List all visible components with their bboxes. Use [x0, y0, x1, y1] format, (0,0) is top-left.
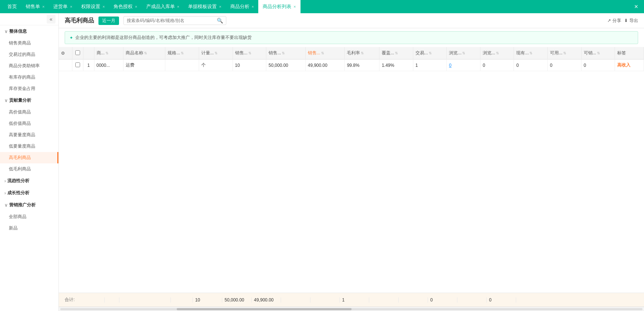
sidebar-item-high-margin[interactable]: 高毛利商品 — [0, 152, 58, 163]
nav-product-analysis-close[interactable]: × — [252, 4, 254, 9]
nav-purchase[interactable]: 进货单 × — [49, 0, 76, 13]
row-checkbox[interactable] — [75, 62, 80, 67]
window-close-icon[interactable]: × — [631, 3, 641, 11]
nav-template-close[interactable]: × — [219, 4, 221, 9]
sidebar-item-low-margin[interactable]: 低毛利商品 — [0, 163, 58, 175]
col-settings[interactable]: ⚙ — [59, 47, 72, 59]
cell-checkbox[interactable] — [72, 59, 83, 71]
nav-product-entry[interactable]: 产成品入库单 × — [142, 0, 184, 13]
sidebar-section-overall[interactable]: ∨ 整体信息 — [0, 25, 58, 37]
share-button[interactable]: ↗ 分享 — [607, 18, 621, 24]
col-code[interactable]: 商...⇅ — [94, 47, 123, 59]
col-sale-qty[interactable]: 销售...⇅ — [233, 47, 266, 59]
sidebar-item-stock-capital[interactable]: 库存资金占用 — [0, 83, 58, 94]
sort-icon-5[interactable]: ⇅ — [248, 51, 251, 55]
sort-icon-3[interactable]: ⇅ — [181, 51, 184, 55]
nav-permission-close[interactable]: × — [102, 4, 105, 9]
col-current-stock[interactable]: 现有...⇅ — [514, 47, 548, 59]
col-name[interactable]: 商品名称⇅ — [123, 47, 165, 59]
sidebar-item-high-demand[interactable]: 高要量度商品 — [0, 129, 58, 141]
footer-sale-amt: 50,000.00 — [222, 297, 252, 303]
share-icon: ↗ — [607, 18, 611, 23]
sidebar-item-sales-goods[interactable]: 销售类商品 — [0, 37, 58, 49]
sort-icon-14[interactable]: ⇅ — [563, 51, 566, 55]
cell-sale-stock: 0 — [581, 59, 615, 71]
sidebar-item-low-demand[interactable]: 低要量度商品 — [0, 141, 58, 152]
cell-tag: 高收入 — [615, 59, 644, 71]
col-checkbox[interactable] — [72, 47, 83, 59]
col-trade-count[interactable]: 交易...⇅ — [413, 47, 447, 59]
search-input[interactable] — [127, 18, 217, 23]
sidebar-collapse-button[interactable]: « — [47, 15, 55, 23]
nav-permission[interactable]: 权限设置 × — [77, 0, 109, 13]
cell-browse1[interactable]: 0 — [447, 59, 481, 71]
col-unit[interactable]: 计量...⇅ — [199, 47, 233, 59]
cell-gross-rate: 99.8% — [345, 59, 379, 71]
nav-role[interactable]: 角色授权 × — [109, 0, 141, 13]
col-sale-amt[interactable]: 销售...⇅ — [266, 47, 306, 59]
sort-icon-10[interactable]: ⇅ — [429, 51, 432, 55]
horizontal-scrollbar[interactable] — [59, 307, 644, 311]
col-available-stock[interactable]: 可用...⇅ — [548, 47, 582, 59]
sidebar-item-all-goods[interactable]: 全部商品 — [0, 211, 58, 223]
col-tag[interactable]: 标签 — [615, 47, 644, 59]
sort-icon-2[interactable]: ⇅ — [144, 51, 147, 55]
search-icon[interactable]: 🔍 — [217, 18, 223, 23]
sidebar-item-low-value[interactable]: 低价值商品 — [0, 118, 58, 129]
col-browse2[interactable]: 浏览...⇅ — [480, 47, 514, 59]
sidebar-section-growth[interactable]: › 成长性分析 — [0, 187, 58, 199]
sidebar-section-contribution[interactable]: ∨ 贡献量分析 — [0, 94, 58, 106]
sort-icon-4[interactable]: ⇅ — [215, 51, 217, 55]
sidebar-item-high-value[interactable]: 高价值商品 — [0, 106, 58, 118]
top-nav-bar: 首页 销售单 × 进货单 × 权限设置 × 角色授权 × 产成品入库单 × 单据… — [0, 0, 644, 13]
cell-spec — [165, 59, 199, 71]
nav-template[interactable]: 单据模板设置 × — [184, 0, 226, 13]
footer-cell-spacer2 — [105, 297, 119, 303]
export-button[interactable]: ⬇ 导出 — [624, 18, 638, 24]
col-browse1[interactable]: 浏览...⇅ — [447, 47, 481, 59]
nav-product-analysis[interactable]: 商品分析 × — [226, 0, 258, 13]
nav-product-analysis-list[interactable]: 商品分析列表 × — [258, 0, 300, 13]
scroll-track[interactable] — [60, 308, 643, 310]
col-sale-stock[interactable]: 可销...⇅ — [581, 47, 615, 59]
sort-icon-9[interactable]: ⇅ — [395, 51, 398, 55]
search-box[interactable]: 🔍 — [123, 16, 226, 25]
sort-icon-6[interactable]: ⇅ — [282, 51, 285, 55]
col-spec[interactable]: 规格...⇅ — [165, 47, 199, 59]
col-gross-rate[interactable]: 毛利率⇅ — [345, 47, 379, 59]
nav-product-entry-close[interactable]: × — [177, 4, 179, 9]
col-coverage[interactable]: 覆盖...⇅ — [379, 47, 413, 59]
sort-icon-11[interactable]: ⇅ — [462, 51, 465, 55]
table-header-row: ⚙ 商...⇅ 商品名称⇅ — [59, 47, 644, 59]
nav-role-close[interactable]: × — [135, 4, 137, 9]
sidebar: « ∨ 整体信息 销售类商品 交易过的商品 商品分类助销率 有库存的商品 库存资… — [0, 13, 59, 311]
cell-settings — [59, 59, 72, 71]
col-sale-profit[interactable]: 销售...⇅ — [305, 47, 345, 59]
footer-sale-profit: 49,900.00 — [252, 297, 281, 303]
nav-purchase-close[interactable]: × — [70, 4, 72, 9]
nav-product-analysis-list-close[interactable]: × — [294, 4, 296, 9]
nav-home[interactable]: 首页 — [3, 0, 21, 13]
sidebar-item-category-rate[interactable]: 商品分类助销率 — [0, 60, 58, 72]
sort-icon-8[interactable]: ⇅ — [361, 51, 364, 55]
scroll-thumb[interactable] — [177, 308, 352, 310]
sidebar-item-traded-goods[interactable]: 交易过的商品 — [0, 49, 58, 60]
footer-cell-spacer3 — [119, 297, 171, 303]
sort-icon-12[interactable]: ⇅ — [496, 51, 499, 55]
sidebar-item-new-goods[interactable]: 新品 — [0, 223, 58, 234]
footer-browse1 — [369, 297, 399, 303]
sidebar-section-marketing[interactable]: ∨ 营销推广分析 — [0, 199, 58, 211]
select-all-checkbox[interactable] — [75, 50, 80, 55]
date-filter-button[interactable]: 近一月 — [98, 17, 119, 25]
sidebar-item-in-stock[interactable]: 有库存的商品 — [0, 72, 58, 83]
sort-icon[interactable]: ⇅ — [105, 51, 108, 55]
sidebar-section-trend[interactable]: › 流趋性分析 — [0, 175, 58, 187]
sort-icon-15[interactable]: ⇅ — [597, 51, 600, 55]
footer-browse2 — [399, 297, 428, 303]
nav-sales-close[interactable]: × — [42, 4, 44, 9]
footer-cell-spacer4 — [171, 297, 193, 303]
sort-icon-13[interactable]: ⇅ — [529, 51, 532, 55]
cell-trade-count: 1 — [413, 59, 447, 71]
sort-icon-7[interactable]: ⇅ — [321, 51, 324, 55]
nav-sales[interactable]: 销售单 × — [21, 0, 49, 13]
